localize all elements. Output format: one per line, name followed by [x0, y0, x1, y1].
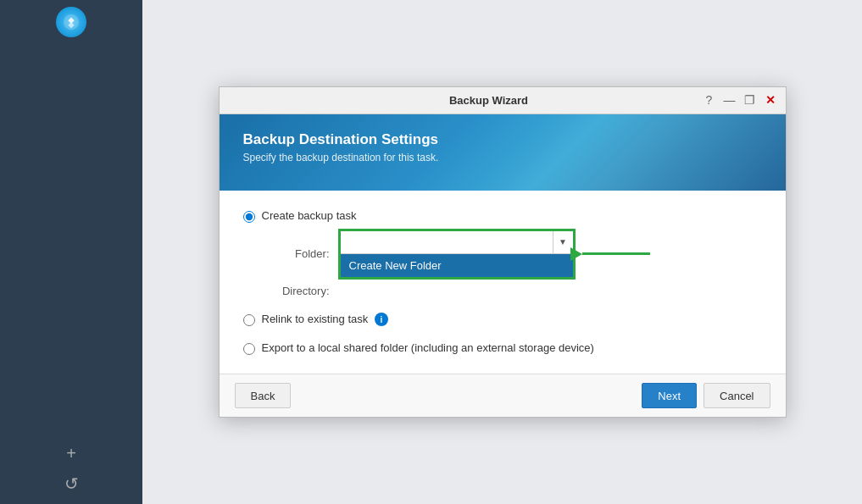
- option2-label: Relink to existing task i: [262, 313, 388, 325]
- cancel-button[interactable]: Cancel: [704, 383, 770, 408]
- option-relink: Relink to existing task i: [243, 313, 762, 327]
- option-create-backup: Create backup task Folder:: [243, 209, 762, 297]
- add-button[interactable]: +: [66, 444, 76, 463]
- option1-content: Create backup task Folder:: [262, 209, 762, 297]
- sidebar-bottom: + ↺: [64, 444, 79, 504]
- backup-wizard-dialog: Backup Wizard ? — ❐ ✕ Backup Destination…: [219, 86, 787, 418]
- dialog-header: Backup Destination Settings Specify the …: [220, 114, 786, 191]
- footer-right: Next Cancel: [642, 383, 770, 408]
- option3-label: Export to a local shared folder (includi…: [262, 341, 594, 354]
- restore-button[interactable]: ❐: [742, 91, 759, 108]
- help-button[interactable]: ?: [701, 91, 718, 108]
- app-logo[interactable]: [56, 7, 86, 37]
- dialog-titlebar: Backup Wizard ? — ❐ ✕: [220, 87, 786, 114]
- history-button[interactable]: ↺: [64, 474, 79, 494]
- option3-content: Export to a local shared folder (includi…: [262, 341, 762, 354]
- dialog-footer: Back Next Cancel: [220, 374, 786, 417]
- option1-label: Create backup task: [262, 209, 357, 222]
- folder-dropdown-container: ▼ Create New Folder: [338, 229, 576, 280]
- folder-label: Folder:: [262, 247, 330, 260]
- radio-group: Create backup task Folder:: [243, 209, 762, 356]
- sidebar: + ↺: [0, 0, 142, 504]
- close-button[interactable]: ✕: [762, 91, 779, 108]
- folder-dropdown-box: ▼ Create New Folder: [338, 229, 576, 280]
- header-subtitle: Specify the backup destination for this …: [243, 152, 762, 163]
- radio-fields: Folder: ▼ Create New Folder: [262, 229, 762, 297]
- create-new-folder-item[interactable]: Create New Folder: [341, 254, 573, 277]
- footer-left: Back: [235, 383, 292, 408]
- arrow-line: [582, 252, 650, 255]
- back-button[interactable]: Back: [235, 383, 292, 408]
- directory-label: Directory:: [262, 285, 330, 297]
- arrow-head: [570, 247, 582, 261]
- directory-row: Directory:: [262, 285, 762, 297]
- main-area: Backup Wizard ? — ❐ ✕ Backup Destination…: [142, 0, 862, 504]
- header-title: Backup Destination Settings: [243, 131, 762, 148]
- minimize-button[interactable]: —: [721, 91, 738, 108]
- option2-content: Relink to existing task i: [262, 313, 762, 327]
- radio-relink[interactable]: [243, 314, 255, 326]
- next-button[interactable]: Next: [642, 383, 697, 408]
- dialog-controls: ? — ❐ ✕: [701, 91, 779, 108]
- radio-create-backup[interactable]: [243, 211, 255, 223]
- option-export: Export to a local shared folder (includi…: [243, 341, 762, 355]
- dropdown-input-row: ▼: [341, 231, 573, 254]
- dialog-body: Create backup task Folder:: [220, 191, 786, 374]
- radio-export[interactable]: [243, 343, 255, 355]
- arrow-indicator: [572, 247, 650, 261]
- dialog-overlay: Backup Wizard ? — ❐ ✕ Backup Destination…: [142, 0, 862, 504]
- folder-input[interactable]: [341, 231, 553, 253]
- folder-row: Folder: ▼ Create New Folder: [262, 229, 762, 280]
- info-icon[interactable]: i: [375, 313, 388, 326]
- dialog-title: Backup Wizard: [277, 94, 701, 107]
